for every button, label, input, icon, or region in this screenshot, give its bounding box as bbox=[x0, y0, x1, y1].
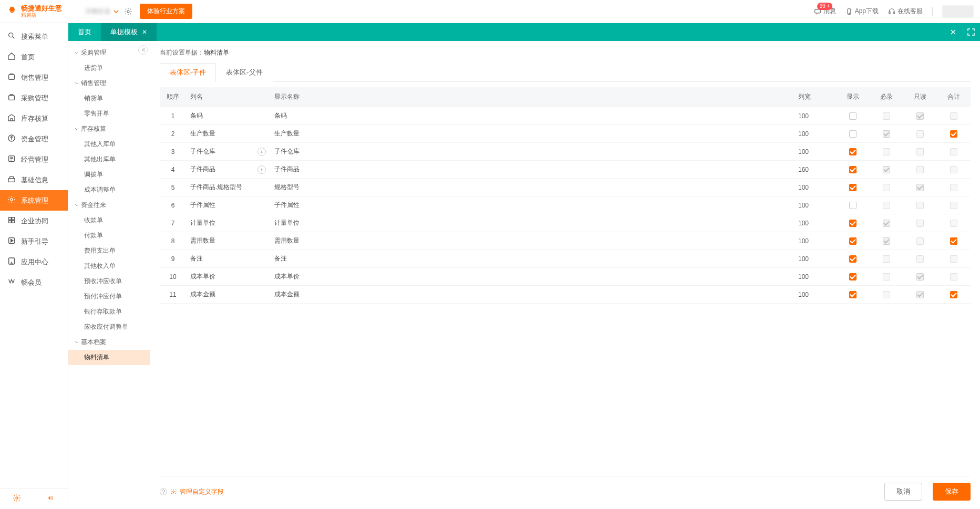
side-group-销售管理[interactable]: 销售管理 bbox=[68, 76, 150, 91]
save-button[interactable]: 保存 bbox=[933, 483, 971, 501]
cell-col-name[interactable]: 计量单位 bbox=[186, 214, 270, 232]
side-group-资金往来[interactable]: 资金往来 bbox=[68, 198, 150, 213]
inner-tab[interactable]: 表体区-子件 bbox=[160, 63, 216, 82]
side-item[interactable]: 进货单 bbox=[68, 60, 150, 76]
nav-item-home[interactable]: 首页 bbox=[0, 47, 68, 67]
nav-item-stock[interactable]: 库存核算 bbox=[0, 108, 68, 129]
user-avatar[interactable] bbox=[942, 5, 974, 18]
cell-col-name[interactable]: 子件商品.规格型号 bbox=[186, 179, 270, 196]
side-group-采购管理[interactable]: 采购管理 bbox=[68, 45, 150, 60]
checkbox[interactable] bbox=[849, 166, 857, 173]
close-all-tabs-icon[interactable] bbox=[944, 23, 962, 41]
side-item[interactable]: 零售开单 bbox=[68, 106, 150, 121]
checkbox[interactable] bbox=[849, 202, 857, 209]
nav-item-app[interactable]: 应用中心 bbox=[0, 252, 68, 272]
cell-width[interactable]: 100 bbox=[794, 196, 836, 214]
settings-icon[interactable] bbox=[13, 494, 21, 504]
nav-item-biz[interactable]: 经营管理 bbox=[0, 149, 68, 170]
cancel-button[interactable]: 取消 bbox=[884, 483, 922, 501]
nav-item-base[interactable]: 基础信息 bbox=[0, 170, 68, 190]
add-icon[interactable]: + bbox=[257, 165, 266, 174]
cell-col-name[interactable]: 子件仓库+ bbox=[186, 143, 270, 161]
side-item[interactable]: 费用支出单 bbox=[68, 243, 150, 258]
collapse-panel-icon[interactable] bbox=[138, 45, 148, 55]
cell-width[interactable]: 100 bbox=[794, 250, 836, 268]
checkbox[interactable] bbox=[849, 220, 857, 227]
cell-width[interactable]: 100 bbox=[794, 125, 836, 143]
checkbox[interactable] bbox=[849, 291, 857, 298]
cell-col-name[interactable]: 子件属性 bbox=[186, 196, 270, 214]
tab-首页[interactable]: 首页 bbox=[68, 23, 101, 41]
side-group-库存核算[interactable]: 库存核算 bbox=[68, 121, 150, 137]
add-icon[interactable]: + bbox=[257, 148, 266, 156]
nav-item-purchase[interactable]: 采购管理 bbox=[0, 88, 68, 108]
checkbox[interactable] bbox=[849, 237, 857, 245]
cell-col-name[interactable]: 生产数量 bbox=[186, 125, 270, 143]
side-item[interactable]: 销货单 bbox=[68, 91, 150, 106]
checkbox[interactable] bbox=[849, 112, 857, 120]
cell-width[interactable]: 100 bbox=[794, 286, 836, 304]
checkbox[interactable] bbox=[849, 130, 857, 138]
checkbox[interactable] bbox=[950, 130, 957, 138]
side-item[interactable]: 预收冲应收单 bbox=[68, 274, 150, 289]
nav-item-vip[interactable]: 畅会员 bbox=[0, 272, 68, 293]
side-item[interactable]: 收款单 bbox=[68, 213, 150, 228]
checkbox[interactable] bbox=[849, 184, 857, 191]
checkbox[interactable] bbox=[950, 237, 957, 245]
cell-width[interactable]: 160 bbox=[794, 161, 836, 179]
checkbox[interactable] bbox=[849, 255, 857, 263]
side-item[interactable]: 付款单 bbox=[68, 228, 150, 243]
cell-col-name[interactable]: 成本金额 bbox=[186, 286, 270, 304]
cell-col-name[interactable]: 条码 bbox=[186, 107, 270, 125]
close-icon[interactable]: ✕ bbox=[142, 28, 147, 36]
manage-custom-fields-link[interactable]: ? 管理自定义字段 bbox=[160, 487, 224, 496]
nav-item-guide[interactable]: 新手引导 bbox=[0, 231, 68, 252]
cell-col-name[interactable]: 成本单价 bbox=[186, 268, 270, 286]
cell-display-name[interactable]: 需用数量 bbox=[270, 232, 794, 250]
cell-width[interactable]: 100 bbox=[794, 107, 836, 125]
cell-width[interactable]: 100 bbox=[794, 179, 836, 196]
nav-item-coop[interactable]: 企业协同 bbox=[0, 211, 68, 231]
app-download-link[interactable]: App下载 bbox=[845, 7, 879, 16]
cell-col-name[interactable]: 子件商品+ bbox=[186, 161, 270, 179]
online-service-link[interactable]: 在线客服 bbox=[888, 7, 923, 16]
collapse-nav-icon[interactable] bbox=[47, 494, 55, 504]
cell-width[interactable]: 100 bbox=[794, 268, 836, 286]
messages-link[interactable]: 99 + 消息 bbox=[814, 7, 836, 16]
tenant-selector[interactable]: 示例企业 bbox=[85, 7, 119, 16]
cell-display-name[interactable]: 生产数量 bbox=[270, 125, 794, 143]
cell-col-name[interactable]: 需用数量 bbox=[186, 232, 270, 250]
cell-width[interactable]: 100 bbox=[794, 232, 836, 250]
fullscreen-icon[interactable] bbox=[962, 23, 980, 41]
cell-width[interactable]: 100 bbox=[794, 143, 836, 161]
side-item[interactable]: 银行存取款单 bbox=[68, 304, 150, 319]
side-group-基本档案[interactable]: 基本档案 bbox=[68, 335, 150, 350]
cell-display-name[interactable]: 子件商品 bbox=[270, 161, 794, 179]
side-item[interactable]: 其他收入单 bbox=[68, 258, 150, 274]
cell-col-name[interactable]: 备注 bbox=[186, 250, 270, 268]
cell-display-name[interactable]: 子件属性 bbox=[270, 196, 794, 214]
side-item[interactable]: 调拨单 bbox=[68, 167, 150, 182]
side-item[interactable]: 预付冲应付单 bbox=[68, 289, 150, 304]
cell-display-name[interactable]: 规格型号 bbox=[270, 179, 794, 196]
side-item[interactable]: 其他出库单 bbox=[68, 152, 150, 167]
nav-item-sale[interactable]: 销售管理 bbox=[0, 67, 68, 88]
inner-tab[interactable]: 表体区-父件 bbox=[216, 63, 272, 82]
cell-display-name[interactable]: 成本单价 bbox=[270, 268, 794, 286]
checkbox[interactable] bbox=[849, 148, 857, 155]
side-item[interactable]: 应收应付调整单 bbox=[68, 319, 150, 335]
cell-width[interactable]: 100 bbox=[794, 214, 836, 232]
side-item[interactable]: 成本调整单 bbox=[68, 182, 150, 198]
cell-display-name[interactable]: 计量单位 bbox=[270, 214, 794, 232]
gear-icon[interactable] bbox=[124, 7, 132, 16]
cell-display-name[interactable]: 备注 bbox=[270, 250, 794, 268]
nav-item-sys[interactable]: 系统管理 bbox=[0, 190, 68, 211]
nav-item-search[interactable]: 搜索菜单 bbox=[0, 26, 68, 47]
trial-button[interactable]: 体验行业方案 bbox=[140, 4, 192, 19]
checkbox[interactable] bbox=[950, 291, 957, 298]
cell-display-name[interactable]: 条码 bbox=[270, 107, 794, 125]
tab-单据模板[interactable]: 单据模板✕ bbox=[101, 23, 157, 41]
cell-display-name[interactable]: 成本金额 bbox=[270, 286, 794, 304]
nav-item-fund[interactable]: 资金管理 bbox=[0, 129, 68, 149]
checkbox[interactable] bbox=[849, 273, 857, 281]
